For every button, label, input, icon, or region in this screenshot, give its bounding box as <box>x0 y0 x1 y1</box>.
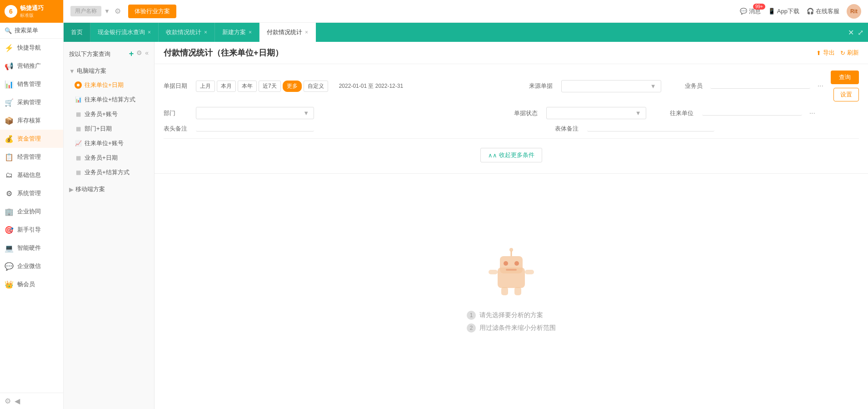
staff-more-btn[interactable]: ··· <box>818 82 823 90</box>
panel-collapse-btn[interactable]: « <box>145 49 149 59</box>
empty-state: 1 请先选择要分析的方案 2 用过滤条件来缩小分析范围 <box>155 174 868 409</box>
panel-add-btn[interactable]: + <box>129 49 134 59</box>
scheme-group-name: 电脑端方案 <box>77 67 106 75</box>
body-note-input[interactable] <box>587 126 714 131</box>
sidebar-logo: 6 畅捷通巧 标准版 <box>0 0 63 23</box>
filter-row-3: 表头备注 表体备注 <box>164 125 859 133</box>
source-label: 来源单据 <box>529 82 554 90</box>
online-service-label: 在线客服 <box>816 7 839 15</box>
tab-receipt-stats[interactable]: 收款情况统计 × <box>159 23 215 42</box>
tab-payment-stats[interactable]: 付款情况统计 × <box>259 23 316 42</box>
sidebar-item-vip[interactable]: 👑 畅会员 <box>0 275 63 293</box>
right-main: 付款情况统计（往来单位+日期） ⬆ 导出 ↻ 刷新 单据日期 <box>155 42 868 409</box>
scheme-item-staff-account[interactable]: ▦ 业务员+账号 <box>64 107 154 121</box>
service-icon: 🎧 <box>807 8 814 15</box>
app-download-btn[interactable]: 📱 App下载 <box>768 7 799 15</box>
tab-close-icon[interactable]: × <box>305 29 308 35</box>
sidebar-item-inventory[interactable]: 📦 库存核算 <box>0 111 63 130</box>
tab-new-plan[interactable]: 新建方案 × <box>215 23 259 42</box>
operation-icon: 📋 <box>5 152 14 162</box>
export-btn[interactable]: ⬆ 导出 <box>816 49 835 57</box>
query-btn[interactable]: 查询 <box>831 71 859 84</box>
sidebar-item-marketing[interactable]: 📢 营销推广 <box>0 57 63 75</box>
date-btn-this-year[interactable]: 本年 <box>238 81 257 92</box>
sidebar-item-basic-info[interactable]: 🗂 基础信息 <box>0 166 63 184</box>
tab-controls: ✕ ⤢ <box>843 23 868 42</box>
scheme-item-staff-settle[interactable]: ▦ 业务员+结算方式 <box>64 165 154 180</box>
body-note-label: 表体备注 <box>555 125 580 133</box>
sidebar-item-label: 销售管理 <box>17 80 41 88</box>
scheme-group-mobile-name: 移动端方案 <box>75 185 105 193</box>
sidebar-item-finance[interactable]: 💰 资金管理 <box>0 130 63 148</box>
tab-close-icon[interactable]: × <box>148 29 151 35</box>
partner-label: 往来单位 <box>670 109 695 117</box>
maximize-icon[interactable]: ⤢ <box>858 28 863 37</box>
dept-select[interactable]: ▼ <box>196 107 314 119</box>
online-service-btn[interactable]: 🎧 在线客服 <box>807 7 839 15</box>
scheme-group-desktop: ▼ 电脑端方案 往来单位+日期 📊 往来单位+结算方式 ▦ 业务员+账号 <box>64 64 154 180</box>
sidebar-item-quick-nav[interactable]: ⚡ 快捷导航 <box>0 39 63 57</box>
scheme-group-arrow: ▼ <box>69 68 75 75</box>
doc-status-label: 单据状态 <box>514 109 539 117</box>
date-btn-last-month[interactable]: 上月 <box>196 81 215 92</box>
tab-bank-flow[interactable]: 现金银行流水查询 × <box>90 23 159 42</box>
trial-btn[interactable]: 体验行业方案 <box>128 5 176 18</box>
export-icon: ⬆ <box>816 50 821 56</box>
scheme-group-header[interactable]: ▼ 电脑端方案 <box>64 64 154 78</box>
scheme-item-unit-date[interactable]: 往来单位+日期 <box>64 78 154 92</box>
close-all-icon[interactable]: ✕ <box>848 28 854 37</box>
sidebar-item-operation[interactable]: 📋 经营管理 <box>0 148 63 166</box>
scheme-group-mobile-header[interactable]: ▶ 移动端方案 <box>64 182 154 196</box>
bottom-collapse-icon[interactable]: ◀ <box>15 397 20 405</box>
search-menu[interactable]: 🔍 搜索菜单 <box>0 23 63 39</box>
sidebar: 6 畅捷通巧 标准版 🔍 搜索菜单 ⚡ 快捷导航 📢 营销推广 📊 销售管理 🛒… <box>0 0 64 409</box>
sidebar-item-label: 企业微信 <box>17 262 41 270</box>
partner-input[interactable] <box>702 111 802 116</box>
sidebar-item-guide[interactable]: 🎯 新手引导 <box>0 221 63 239</box>
scheme-item-staff-date[interactable]: ▦ 业务员+日期 <box>64 151 154 165</box>
messages-btn[interactable]: 💬 消息 99+ <box>740 7 761 15</box>
staff-input[interactable] <box>710 84 810 89</box>
header-note-input[interactable] <box>196 126 314 131</box>
tab-home[interactable]: 首页 <box>64 23 90 42</box>
source-select[interactable]: ▼ <box>561 80 661 92</box>
sidebar-item-purchase[interactable]: 🛒 采购管理 <box>0 93 63 111</box>
sidebar-item-wechat[interactable]: 💬 企业微信 <box>0 257 63 275</box>
sidebar-item-system[interactable]: ⚙ 系统管理 <box>0 184 63 202</box>
topbar: 用户名称 ▼ ⚙ 体验行业方案 💬 消息 99+ 📱 App下载 🎧 在线客服 … <box>64 0 868 23</box>
tab-close-icon[interactable]: × <box>249 29 252 35</box>
scheme-item-label: 往来单位+账号 <box>85 139 124 147</box>
system-icon: ⚙ <box>5 189 14 198</box>
settings-btn[interactable]: 设置 <box>833 88 859 101</box>
sidebar-item-hardware[interactable]: 💻 智能硬件 <box>0 239 63 257</box>
sidebar-item-sales[interactable]: 📊 销售管理 <box>0 75 63 93</box>
hint-text-2: 用过滤条件来缩小分析范围 <box>479 324 556 332</box>
date-btn-more[interactable]: 更多 <box>283 81 302 92</box>
sidebar-item-corp[interactable]: 🏢 企业协同 <box>0 202 63 221</box>
wechat-icon: 💬 <box>5 262 14 271</box>
topbar-settings-icon[interactable]: ⚙ <box>115 7 121 15</box>
filter-row-2: 部门 ▼ 单据状态 ▼ 往来单位 ··· <box>164 107 859 119</box>
panel-header-text: 按以下方案查询 <box>69 50 110 58</box>
scheme-item-unit-account[interactable]: 📈 往来单位+账号 <box>64 136 154 151</box>
scheme-item-dept-date[interactable]: ▦ 部门+日期 <box>64 121 154 136</box>
hint-2: 2 用过滤条件来缩小分析范围 <box>467 323 556 333</box>
partner-more-btn[interactable]: ··· <box>809 109 815 117</box>
refresh-btn[interactable]: ↻ 刷新 <box>840 49 859 57</box>
date-btn-custom[interactable]: 自定义 <box>304 81 328 92</box>
panel-settings-btn[interactable]: ⚙ <box>136 49 142 59</box>
user-dropdown-icon[interactable]: ▼ <box>104 8 110 15</box>
sidebar-item-label: 经营管理 <box>17 153 41 161</box>
date-btn-7days[interactable]: 近7天 <box>259 81 281 92</box>
messages-badge: 99+ <box>753 4 765 10</box>
sidebar-item-label: 畅会员 <box>17 280 35 288</box>
avatar[interactable]: Rit <box>847 4 861 19</box>
bottom-settings-icon[interactable]: ⚙ <box>5 397 11 405</box>
scheme-item-unit-settle[interactable]: 📊 往来单位+结算方式 <box>64 92 154 107</box>
collapse-btn[interactable]: ∧∧ 收起更多条件 <box>480 148 542 162</box>
avatar-text: Rit <box>850 8 858 15</box>
tab-close-icon[interactable]: × <box>204 29 207 35</box>
doc-status-select[interactable]: ▼ <box>546 107 646 119</box>
sidebar-item-label: 系统管理 <box>17 189 41 197</box>
date-btn-this-month[interactable]: 本月 <box>217 81 236 92</box>
